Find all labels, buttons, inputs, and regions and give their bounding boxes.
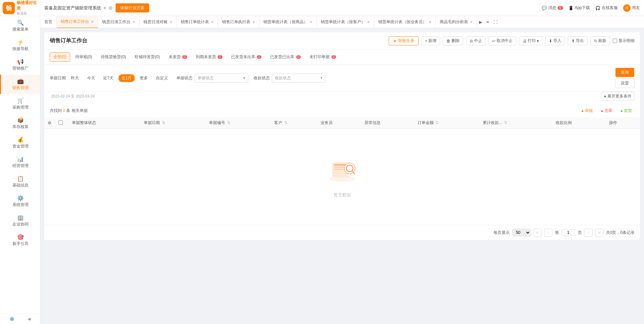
add-button[interactable]: + 新增 — [421, 36, 440, 45]
sub-tab-shipped-in[interactable]: 已发货已出库 0 — [266, 52, 304, 62]
empty-state: 暂无数据 — [44, 129, 640, 225]
sidebar-item-quick-nav[interactable]: ⚡ 快捷导航 — [0, 36, 40, 55]
tab-sales-order-workspace[interactable]: 销售订单工作台 ✕ — [57, 16, 98, 28]
sidebar-item-sales[interactable]: 💼 销售管理 — [0, 75, 40, 94]
sub-tab-shipped-not-in[interactable]: 已发货未出库 0 — [227, 52, 265, 62]
tab-goods-stats-staff[interactable]: 销货单统计表（按业务员） ✕ — [374, 16, 436, 28]
tab-close-icon[interactable]: ✕ — [132, 20, 135, 24]
system-title-dropdown-icon[interactable]: ▾ — [104, 6, 106, 10]
sub-tab-pending-inspect[interactable]: 待拣货验货(0) — [97, 52, 130, 62]
tab-close-icon[interactable]: ✕ — [211, 20, 214, 24]
sidebar-item-guide[interactable]: 🎯 新手引导 — [0, 231, 40, 250]
col-checkbox[interactable] — [55, 117, 69, 129]
col-amount[interactable]: 订单金额 ⇅ — [414, 117, 479, 129]
sub-tab-wangpu-pending-ship[interactable]: 旺铺待发货(0) — [131, 52, 164, 62]
status-select[interactable]: 单据状态 ▾ — [195, 74, 248, 83]
collapse-icon[interactable]: ◀ — [28, 317, 31, 321]
cancel-pause-button[interactable]: ↩ 取消中止 — [488, 36, 516, 45]
online-support-btn[interactable]: 🎧 在线客服 — [595, 5, 618, 11]
cancel-audit-btn[interactable]: ● 充审 — [598, 107, 615, 115]
payment-select[interactable]: 收款状态 ▾ — [272, 74, 326, 83]
export-button[interactable]: ⬆ 导出 — [568, 36, 588, 45]
expand-conditions-button[interactable]: ▾ 展开更多条件 — [601, 92, 635, 101]
topbar-right: 💬 消息 6 📱 App下载 🎧 在线客服 用 用友 — [542, 4, 640, 12]
refresh-button[interactable]: ↻ 刷新 — [590, 36, 610, 45]
message-btn[interactable]: 💬 消息 6 — [542, 5, 563, 11]
date-btn-1month[interactable]: 近1月 — [119, 74, 135, 82]
sidebar-item-enterprise[interactable]: 🏢 企业协同 — [0, 211, 40, 231]
query-button[interactable]: 查询 — [615, 68, 634, 77]
settings-icon[interactable]: ⚙️ — [9, 317, 14, 321]
sidebar-item-purchase[interactable]: 🛒 采购管理 — [0, 94, 40, 114]
sub-tab-expired-not-shipped[interactable]: 到期未发货 0 — [192, 52, 226, 62]
tab-close-icon[interactable]: ✕ — [170, 20, 172, 24]
col-customer[interactable]: 客户 ⇅ — [271, 117, 317, 129]
date-btn-7days[interactable]: 近7天 — [100, 74, 117, 82]
first-page-btn[interactable]: « — [533, 229, 542, 237]
sidebar-item-inventory[interactable]: 📦 库存核算 — [0, 114, 40, 133]
phone-icon: 📱 — [568, 6, 573, 10]
tab-cash-daily[interactable]: 钱货日清工作台 ✕ — [98, 16, 139, 28]
print-button[interactable]: 🖨 打印 ▾ — [519, 36, 543, 45]
date-btn-more[interactable]: 更多 — [137, 74, 151, 82]
show-detail-checkbox-label[interactable]: 显示明细 — [613, 38, 635, 44]
show-detail-checkbox[interactable] — [613, 39, 617, 43]
sub-tab-not-printed[interactable]: 未打印单据 0 — [306, 52, 340, 62]
tab-sales-order-stats[interactable]: 销售订单统计表 ✕ — [177, 16, 218, 28]
date-btn-yesterday[interactable]: 昨天 — [68, 74, 82, 82]
tab-more-btn[interactable]: ▶ — [477, 16, 484, 28]
settings-gear-icon[interactable]: ⚙ — [109, 5, 113, 11]
print-icon: 🖨 — [523, 39, 527, 43]
sidebar-item-marketing[interactable]: 📢 营销推广 — [0, 55, 40, 75]
sub-tab-all[interactable]: 全部(0) — [50, 52, 70, 62]
import-button[interactable]: ⬇ 导入 — [545, 36, 565, 45]
tab-product-margin[interactable]: 商品毛利分析表 ✕ — [436, 16, 477, 28]
filter-area: 单据日期 昨天 今天 近7天 近1月 更多 自定义 单据状态 单据状态 ▾ — [44, 65, 640, 92]
app-download-btn[interactable]: 📱 App下载 — [568, 5, 590, 11]
headset-icon: 🎧 — [595, 6, 600, 10]
prev-page-btn[interactable]: ‹ — [544, 229, 552, 237]
industry-solution-button[interactable]: 体验行业方案 — [116, 3, 149, 12]
sub-tab-pending-review[interactable]: 待审核(0) — [72, 52, 96, 62]
user-menu-btn[interactable]: 用 用友 — [623, 4, 640, 12]
tab-close-icon[interactable]: ✕ — [429, 20, 431, 24]
tab-close-icon[interactable]: ✕ — [470, 20, 473, 24]
tab-close-icon[interactable]: ✕ — [310, 20, 312, 24]
sidebar-item-finance[interactable]: 💰 资金管理 — [0, 133, 40, 153]
tab-goods-stats-customer[interactable]: 销货单统计表（按客户） ✕ — [317, 16, 374, 28]
page-number-input[interactable] — [562, 229, 575, 236]
col-date[interactable]: 单据日期 ⇅ — [140, 117, 206, 129]
expand-icon: ▾ — [604, 94, 606, 99]
col-number[interactable]: 单据编号 ⇅ — [206, 117, 271, 129]
audit-btn[interactable]: ● 审核 — [578, 107, 595, 115]
sidebar-item-search[interactable]: 🔍 搜索菜单 — [0, 16, 40, 36]
sidebar-item-system[interactable]: ⚙️ 系统管理 — [0, 192, 40, 211]
sidebar-item-basic-info[interactable]: 📋 基础信息 — [0, 172, 40, 192]
smart-create-button[interactable]: ★ 智能生单 — [389, 36, 419, 45]
logo-area: 畅 畅捷通好生意 标准版 — [0, 0, 40, 16]
ship-btn[interactable]: ● 发货 — [618, 107, 635, 115]
tab-close-icon[interactable]: ✕ — [252, 20, 255, 24]
date-btn-custom[interactable]: 自定义 — [153, 74, 171, 82]
tab-goods-stats-product[interactable]: 销货单统计表（按商品） ✕ — [259, 16, 317, 28]
next-page-btn[interactable]: › — [585, 229, 593, 237]
tab-close-all-btn[interactable]: ✕ — [484, 16, 491, 28]
last-page-btn[interactable]: » — [595, 229, 603, 237]
tab-home[interactable]: 首页 — [40, 16, 57, 28]
tab-cash-goods-reconcile[interactable]: 钱货日清对账 ✕ — [139, 16, 177, 28]
tab-close-icon[interactable]: ✕ — [367, 20, 370, 24]
per-page-select[interactable]: 50 100 200 — [512, 229, 531, 236]
payment-select-dropdown-icon: ▾ — [320, 76, 323, 80]
pause-button[interactable]: ⊘ 中止 — [466, 36, 486, 45]
col-gear[interactable]: ⚙ — [44, 117, 55, 129]
select-all-checkbox[interactable] — [58, 120, 63, 125]
filter-setting-button[interactable]: 设置 — [615, 78, 635, 88]
delete-button[interactable]: 🗑 删除 — [443, 36, 463, 45]
sidebar-item-operations[interactable]: 📊 经营管理 — [0, 153, 40, 172]
tab-close-icon[interactable]: ✕ — [91, 20, 94, 24]
tab-expand-btn[interactable]: ⛶ — [491, 16, 500, 28]
col-collected[interactable]: 累计收款... ⇅ — [479, 117, 552, 129]
date-btn-today[interactable]: 今天 — [84, 74, 98, 82]
sub-tab-not-shipped[interactable]: 未发货 0 — [165, 52, 191, 62]
tab-sales-order-exec[interactable]: 销售订单执行表 ✕ — [218, 16, 259, 28]
